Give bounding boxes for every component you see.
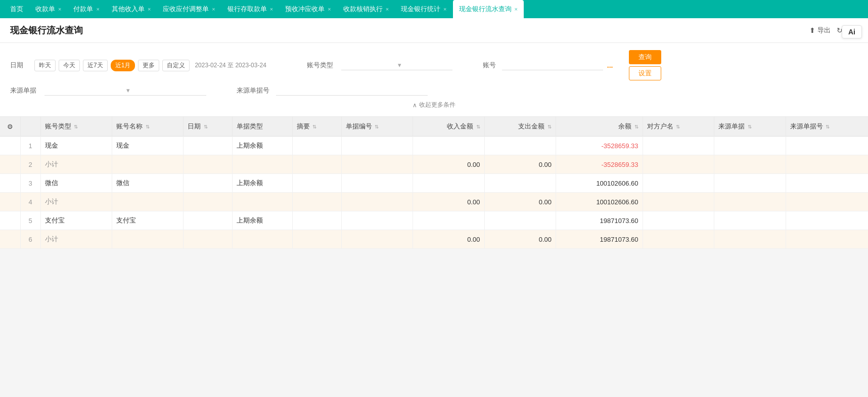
nav-collection[interactable]: 收款核销执行 ×	[337, 0, 395, 18]
date-btn-1month[interactable]: 近1月	[111, 60, 135, 71]
th-source-doc-num[interactable]: 来源单据号 ⇅	[786, 117, 868, 137]
td-gear	[0, 174, 20, 193]
td-account-type: 小计	[40, 193, 112, 211]
ai-badge[interactable]: Ai	[842, 25, 862, 38]
td-income	[413, 174, 484, 193]
td-balance: 100102606.60	[556, 193, 643, 211]
td-index: 5	[20, 211, 40, 230]
nav-bank-stats-close[interactable]: ×	[443, 6, 446, 12]
td-account-name: 微信	[112, 174, 183, 193]
export-icon: ⬆	[809, 26, 815, 34]
sort-icon-account-type: ⇅	[74, 124, 78, 129]
td-summary	[292, 174, 341, 193]
td-source-doc-num	[786, 155, 868, 174]
filter-row-source: 来源单据 ▾ 来源单据号	[10, 85, 858, 96]
td-source-doc	[714, 193, 786, 211]
data-table: ⚙ 账号类型 ⇅ 账号名称 ⇅ 日期 ⇅ 单据类型	[0, 117, 868, 249]
nav-payment-label: 付款单	[73, 5, 93, 14]
td-summary	[292, 155, 341, 174]
td-counterpart	[643, 137, 714, 155]
nav-payment-close[interactable]: ×	[96, 6, 99, 12]
date-btn-custom[interactable]: 自定义	[162, 60, 190, 71]
sort-icon-income: ⇅	[476, 124, 480, 129]
th-source-doc[interactable]: 来源单据 ⇅	[714, 117, 786, 137]
source-doc-num-input[interactable]	[276, 85, 428, 96]
td-balance: 19871073.60	[556, 230, 643, 249]
td-counterpart	[643, 211, 714, 230]
date-btn-yesterday[interactable]: 昨天	[34, 60, 56, 71]
account-type-select[interactable]: ▾	[341, 60, 452, 70]
th-account-name[interactable]: 账号名称 ⇅	[112, 117, 183, 137]
sort-icon-source-doc-num: ⇅	[826, 124, 830, 129]
th-date[interactable]: 日期 ⇅	[184, 117, 233, 137]
td-source-doc	[714, 211, 786, 230]
nav-bank-deposit[interactable]: 银行存取款单 ×	[221, 0, 279, 18]
th-balance[interactable]: 余额 ⇅	[556, 117, 643, 137]
th-gear[interactable]: ⚙	[0, 117, 20, 137]
td-date	[184, 137, 233, 155]
td-date	[184, 211, 233, 230]
td-source-doc	[714, 174, 786, 193]
th-doc-num[interactable]: 单据编号 ⇅	[341, 117, 413, 137]
collapse-label: 收起更多条件	[419, 101, 455, 109]
td-expense: 0.00	[484, 193, 556, 211]
settings-button[interactable]: 设置	[629, 66, 661, 80]
nav-bank-flow-label: 现金银行流水查询	[459, 5, 512, 14]
date-btn-today[interactable]: 今天	[59, 60, 80, 71]
td-income	[413, 137, 484, 155]
nav-receipt-label: 收款单	[35, 5, 55, 14]
td-gear	[0, 155, 20, 174]
ai-badge-label: Ai	[848, 28, 855, 36]
th-account-type[interactable]: 账号类型 ⇅	[40, 117, 112, 137]
nav-advance-close[interactable]: ×	[328, 6, 331, 12]
nav-receipt[interactable]: 收款单 ×	[29, 0, 67, 18]
td-income: 0.00	[413, 230, 484, 249]
td-date	[184, 174, 233, 193]
nav-adjustment-close[interactable]: ×	[212, 6, 215, 12]
date-btn-7days[interactable]: 近7天	[83, 60, 108, 71]
th-counterpart[interactable]: 对方户名 ⇅	[643, 117, 714, 137]
account-type-label: 账号类型	[307, 61, 337, 70]
nav-other-income-close[interactable]: ×	[148, 6, 151, 12]
nav-payment[interactable]: 付款单 ×	[67, 0, 105, 18]
account-input[interactable]	[502, 60, 603, 70]
td-index: 2	[20, 155, 40, 174]
th-income[interactable]: 收入金额 ⇅	[413, 117, 484, 137]
nav-bank-stats-label: 现金银行统计	[401, 5, 440, 14]
td-summary	[292, 137, 341, 155]
td-account-name	[112, 193, 183, 211]
date-label: 日期	[10, 61, 30, 70]
export-button[interactable]: ⬆ 导出	[809, 26, 831, 35]
nav-bank-stats[interactable]: 现金银行统计 ×	[395, 0, 452, 18]
td-account-name: 现金	[112, 137, 183, 155]
sort-icon-balance: ⇅	[634, 124, 638, 129]
td-balance: -3528659.33	[556, 155, 643, 174]
nav-home[interactable]: 首页	[4, 0, 29, 18]
td-source-doc-num	[786, 137, 868, 155]
collapse-bar[interactable]: ∧ 收起更多条件	[10, 101, 858, 109]
td-source-doc-num	[786, 211, 868, 230]
td-counterpart	[643, 230, 714, 249]
td-date	[184, 230, 233, 249]
nav-bank-flow[interactable]: 现金银行流水查询 ×	[453, 0, 524, 18]
sort-icon-expense: ⇅	[547, 124, 552, 129]
nav-other-income[interactable]: 其他收入单 ×	[106, 0, 157, 18]
ellipsis-button[interactable]: ...	[607, 61, 613, 69]
source-doc-select[interactable]: ▾	[44, 85, 206, 96]
td-expense: 0.00	[484, 155, 556, 174]
nav-bank-deposit-close[interactable]: ×	[270, 6, 273, 12]
nav-advance[interactable]: 预收冲应收单 ×	[279, 0, 337, 18]
nav-bank-flow-close[interactable]: ×	[515, 6, 518, 12]
nav-receipt-close[interactable]: ×	[58, 6, 61, 12]
nav-collection-close[interactable]: ×	[386, 6, 389, 12]
nav-bank-deposit-label: 银行存取款单	[227, 5, 267, 14]
nav-adjustment[interactable]: 应收应付调整单 ×	[157, 0, 221, 18]
td-balance: 19871073.60	[556, 211, 643, 230]
query-button[interactable]: 查询	[629, 50, 661, 64]
source-doc-label: 来源单据	[10, 86, 40, 95]
sort-icon-date: ⇅	[204, 124, 208, 129]
th-summary[interactable]: 摘要 ⇅	[292, 117, 341, 137]
th-expense[interactable]: 支出金额 ⇅	[484, 117, 556, 137]
date-btn-more[interactable]: 更多	[138, 60, 159, 71]
filter-area: 日期 昨天 今天 近7天 近1月 更多 自定义 2023-02-24 至 202…	[0, 43, 868, 117]
